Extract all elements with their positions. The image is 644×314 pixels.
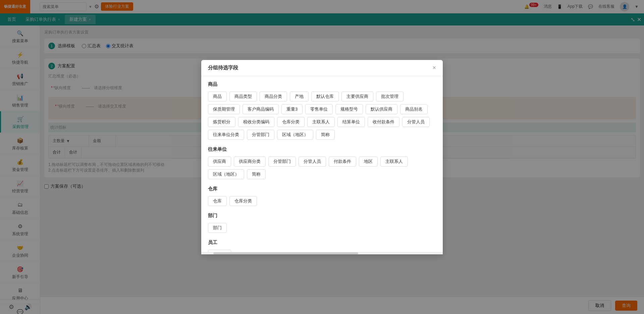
field-tag[interactable]: 仓库分类 <box>229 196 257 206</box>
field-tag[interactable]: 收付款条件 <box>368 117 399 127</box>
field-tag[interactable]: 商品别名 <box>400 104 428 114</box>
field-group-title-商品: 商品 <box>208 81 436 87</box>
field-tag[interactable]: 仓库分类 <box>277 117 305 127</box>
field-tag[interactable]: 业务员 <box>208 250 231 252</box>
field-tag[interactable]: 部门 <box>208 223 227 233</box>
modal-body: 商品商品商品类型商品分类产地默认仓库主要供应商批次管理保质期管理客户商品编码重量… <box>201 76 443 252</box>
field-tag[interactable]: 商品类型 <box>229 91 257 102</box>
field-tags-仓库: 仓库仓库分类 <box>208 196 436 206</box>
field-tag[interactable]: 重量3 <box>281 104 303 114</box>
field-tag[interactable]: 分管部门 <box>247 130 274 140</box>
field-group-title-部门: 部门 <box>208 213 436 219</box>
field-tag[interactable]: 仓库 <box>208 196 227 206</box>
modal-title: 分组待选字段 <box>208 65 238 71</box>
field-tags-往来单位: 供应商供应商分类分管部门分管人员付款条件地区主联系人区域（地区）简称 <box>208 156 436 179</box>
field-tag[interactable]: 默认供应商 <box>366 104 397 114</box>
field-tag[interactable]: 分管部门 <box>268 156 296 167</box>
field-tag[interactable]: 地区 <box>359 156 378 167</box>
field-tag[interactable]: 区域（地区） <box>277 130 313 140</box>
field-tag[interactable]: 主要供应商 <box>341 91 373 102</box>
field-tag[interactable]: 主联系人 <box>307 117 335 127</box>
field-tag[interactable]: 商品 <box>208 91 227 102</box>
field-tag[interactable]: 税收分类编码 <box>238 117 274 127</box>
field-group-title-往来单位: 往来单位 <box>208 146 436 152</box>
field-tags-部门: 部门 <box>208 223 436 233</box>
field-tag[interactable]: 付款条件 <box>329 156 356 167</box>
modal-overlay[interactable]: 分组待选字段 × 商品商品商品类型商品分类产地默认仓库主要供应商批次管理保质期管… <box>0 0 644 314</box>
modal-horizontal-scrollbar[interactable] <box>201 252 443 254</box>
field-tag[interactable]: 产地 <box>290 91 309 102</box>
field-tags-员工: 业务员 <box>208 250 436 252</box>
field-tag[interactable]: 批次管理 <box>376 91 404 102</box>
field-tag[interactable]: 主联系人 <box>380 156 408 167</box>
field-tag[interactable]: 商品分类 <box>260 91 287 102</box>
field-tag[interactable]: 炼货积分 <box>208 117 235 127</box>
field-tags-商品: 商品商品类型商品分类产地默认仓库主要供应商批次管理保质期管理客户商品编码重量3零… <box>208 91 436 140</box>
modal-close-btn[interactable]: × <box>432 65 436 71</box>
field-tag[interactable]: 规格型号 <box>335 104 363 114</box>
modal-scrollbar-thumb <box>213 252 358 254</box>
field-tag[interactable]: 客户商品编码 <box>243 104 279 114</box>
field-tag[interactable]: 保质期管理 <box>208 104 240 114</box>
field-tag[interactable]: 分管人员 <box>299 156 326 167</box>
field-tag[interactable]: 供应商 <box>208 156 231 167</box>
field-tag[interactable]: 结算单位 <box>337 117 365 127</box>
field-tag[interactable]: 往来单位分类 <box>208 130 244 140</box>
field-group-title-员工: 员工 <box>208 240 436 246</box>
field-tag[interactable]: 简称 <box>247 169 266 179</box>
modal-dialog: 分组待选字段 × 商品商品商品类型商品分类产地默认仓库主要供应商批次管理保质期管… <box>201 60 443 254</box>
field-tag[interactable]: 供应商分类 <box>234 156 266 167</box>
field-tag[interactable]: 默认仓库 <box>311 91 339 102</box>
modal-header: 分组待选字段 × <box>201 60 443 76</box>
field-tag[interactable]: 分管人员 <box>402 117 430 127</box>
field-tag[interactable]: 区域（地区） <box>208 169 244 179</box>
field-group-title-仓库: 仓库 <box>208 186 436 192</box>
field-tag[interactable]: 零售单位 <box>305 104 333 114</box>
field-tag[interactable]: 简称 <box>316 130 335 140</box>
